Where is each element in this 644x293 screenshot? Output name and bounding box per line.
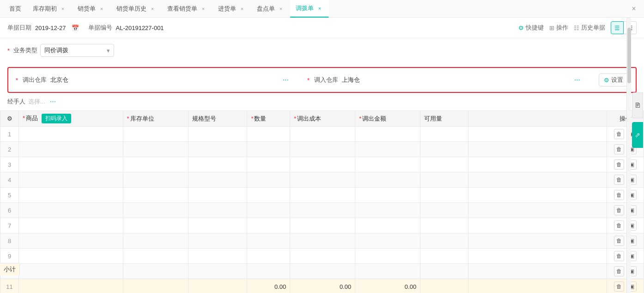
row-product[interactable] <box>19 127 123 142</box>
row-product[interactable] <box>19 157 123 172</box>
row-available[interactable] <box>420 127 468 142</box>
business-type-selector[interactable]: 同价调拨 ▾ <box>40 44 114 57</box>
warehouse-out-more-button[interactable]: ··· <box>283 76 289 84</box>
operations-button[interactable]: ⊞ 操作 <box>549 24 568 32</box>
delete-row-icon[interactable]: 🗑 <box>614 266 624 276</box>
row-spec[interactable] <box>188 188 247 203</box>
row-product[interactable] <box>19 172 123 188</box>
row-amount[interactable] <box>355 127 420 142</box>
delete-row-icon[interactable]: 🗑 <box>614 251 624 261</box>
delete-row-icon[interactable]: 🗑 <box>614 129 624 139</box>
row-cost[interactable] <box>290 233 355 249</box>
row-qty[interactable] <box>247 188 290 203</box>
row-unit[interactable] <box>123 233 188 249</box>
row-qty[interactable] <box>247 127 290 142</box>
row-available[interactable] <box>420 218 468 233</box>
row-available[interactable] <box>420 188 468 203</box>
row-spec[interactable] <box>188 127 247 142</box>
row-amount[interactable] <box>355 157 420 172</box>
row-unit[interactable] <box>123 127 188 142</box>
shortcuts-button[interactable]: ⚙ 快捷键 <box>518 24 544 32</box>
delete-row-icon[interactable]: 🗑 <box>614 236 624 246</box>
row-available[interactable] <box>420 172 468 188</box>
row-qty[interactable] <box>247 249 290 264</box>
row-spec[interactable] <box>188 233 247 249</box>
row-qty[interactable] <box>247 233 290 249</box>
row-amount[interactable] <box>355 218 420 233</box>
row-unit[interactable] <box>123 172 188 188</box>
row-cost[interactable] <box>290 249 355 264</box>
row-unit[interactable] <box>123 218 188 233</box>
row-amount[interactable] <box>355 249 420 264</box>
row-qty[interactable] <box>247 142 290 157</box>
tab-close-view-sales[interactable]: × <box>200 6 207 12</box>
history-button[interactable]: ☷ 历史单据 <box>574 24 605 32</box>
row-cost[interactable] <box>290 127 355 142</box>
tab-close-inventory-init[interactable]: × <box>60 6 66 12</box>
row-cost[interactable] <box>290 142 355 157</box>
tab-inventory-check[interactable]: 盘点单 × <box>251 0 290 18</box>
tab-close-inventory-check[interactable]: × <box>278 6 284 12</box>
row-available[interactable] <box>420 142 468 157</box>
settings-button[interactable]: ⚙ 设置 <box>599 73 628 86</box>
tab-transfer-order[interactable]: 调拨单 × <box>290 0 329 18</box>
tab-close-transfer-order[interactable]: × <box>316 5 323 12</box>
gear-icon[interactable]: ⚙ <box>7 115 12 122</box>
warehouse-in-more-button[interactable]: ··· <box>574 76 580 84</box>
row-amount[interactable] <box>355 203 420 218</box>
row-amount[interactable] <box>355 188 420 203</box>
tab-sales-order[interactable]: 销货单 × <box>72 0 111 18</box>
row-unit[interactable] <box>123 142 188 157</box>
row-available[interactable] <box>420 203 468 218</box>
row-unit[interactable] <box>123 188 188 203</box>
row-cost[interactable] <box>290 172 355 188</box>
operator-more-button[interactable]: ··· <box>50 98 56 106</box>
tab-sales-history[interactable]: 销货单历史 × <box>111 0 162 18</box>
row-qty[interactable] <box>247 218 290 233</box>
row-spec[interactable] <box>188 142 247 157</box>
row-qty[interactable] <box>247 203 290 218</box>
vertical-scrollbar[interactable] <box>626 18 631 293</box>
row-spec[interactable] <box>188 264 247 279</box>
row-product[interactable] <box>19 203 123 218</box>
row-amount[interactable] <box>355 142 420 157</box>
delete-subtotal-icon[interactable]: 🗑 <box>614 281 624 292</box>
row-available[interactable] <box>420 233 468 249</box>
row-spec[interactable] <box>188 218 247 233</box>
calendar-icon[interactable]: 📅 <box>72 24 79 31</box>
row-spec[interactable] <box>188 157 247 172</box>
document-panel-button[interactable]: 🖹 <box>632 92 643 118</box>
row-available[interactable] <box>420 264 468 279</box>
row-spec[interactable] <box>188 172 247 188</box>
table-settings-header[interactable]: ⚙ <box>0 111 19 127</box>
row-amount[interactable] <box>355 172 420 188</box>
tab-inventory-init[interactable]: 库存期初 × <box>27 0 72 18</box>
row-spec[interactable] <box>188 203 247 218</box>
list-view-button[interactable]: ☰ <box>611 21 624 34</box>
delete-row-icon[interactable]: 🗑 <box>614 159 624 170</box>
row-cost[interactable] <box>290 218 355 233</box>
row-available[interactable] <box>420 157 468 172</box>
row-amount[interactable] <box>355 233 420 249</box>
row-available[interactable] <box>420 249 468 264</box>
operator-input[interactable]: 选择... <box>28 98 45 106</box>
tab-close-purchase-order[interactable]: × <box>239 6 245 12</box>
expand-panel-button[interactable]: ⇗ <box>632 122 643 148</box>
row-amount[interactable] <box>355 264 420 279</box>
row-product[interactable] <box>19 233 123 249</box>
row-product[interactable] <box>19 218 123 233</box>
row-unit[interactable] <box>123 249 188 264</box>
delete-row-icon[interactable]: 🗑 <box>614 190 624 200</box>
row-product[interactable] <box>19 188 123 203</box>
row-product[interactable] <box>19 142 123 157</box>
row-cost[interactable] <box>290 264 355 279</box>
row-qty[interactable] <box>247 264 290 279</box>
row-unit[interactable] <box>123 157 188 172</box>
row-product[interactable] <box>19 249 123 264</box>
tab-home[interactable]: 首页 <box>4 0 27 18</box>
delete-row-icon[interactable]: 🗑 <box>614 144 624 154</box>
delete-row-icon[interactable]: 🗑 <box>614 205 624 215</box>
row-unit[interactable] <box>123 264 188 279</box>
row-cost[interactable] <box>290 157 355 172</box>
row-qty[interactable] <box>247 157 290 172</box>
